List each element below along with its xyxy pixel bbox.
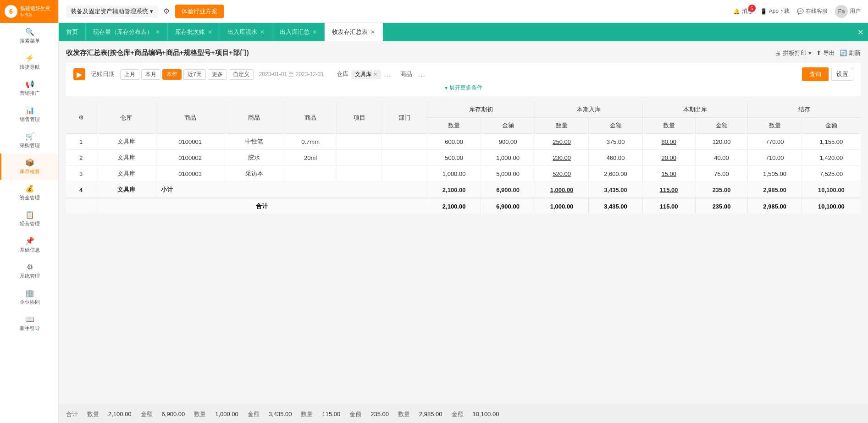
date-btn-近7天[interactable]: 近7天 [183, 69, 206, 80]
purchase-icon: 🛒 [25, 132, 34, 141]
filter-expand-button[interactable]: ▶ [73, 68, 85, 80]
sidebar-logo: 6 畅捷通好生意 标准版 [0, 0, 58, 23]
tab-label: 库存批次账 [175, 28, 205, 36]
user-item[interactable]: Ea 用户 [835, 5, 861, 18]
goods-more-dots[interactable]: ... [418, 70, 425, 78]
cell-name: 中性笔 [224, 134, 284, 150]
th-spec: 商品 [284, 102, 337, 134]
cell-open-amt: 1,000.00 [481, 150, 535, 166]
close-all-tabs-button[interactable]: ✕ [857, 28, 863, 37]
service-icon: 💬 [797, 8, 804, 15]
warehouse-tag[interactable]: 文具库 ✕ [351, 70, 381, 79]
date-btn-本年[interactable]: 本年 [162, 69, 182, 80]
date-buttons: 上月本月本年近7天更多自定义 [120, 69, 254, 80]
sidebar-item-sales[interactable]: 📊销售管理 [0, 101, 58, 127]
online-service-item[interactable]: 💬 在线客服 [797, 7, 828, 15]
sidebar-item-guide[interactable]: 📖新手引导 [0, 310, 58, 336]
gear-icon[interactable]: ⚙ [163, 7, 170, 16]
cell-out-amt: 40.00 [695, 150, 748, 166]
cell-in-qty[interactable]: 230.00 [535, 150, 588, 166]
sidebar-item-search[interactable]: 🔍搜索菜单 [0, 23, 58, 49]
cell-out-qty[interactable]: 15.00 [642, 166, 695, 182]
cell-in-qty[interactable]: 520.00 [535, 166, 588, 182]
cell-open-qty: 600.00 [427, 134, 481, 150]
cell-name: 采访本 [224, 166, 284, 182]
tab-close-batch[interactable]: ✕ [208, 29, 212, 35]
cell-bal-qty: 1,505.00 [748, 166, 802, 182]
cell-out-qty[interactable]: 20.00 [642, 150, 695, 166]
chevron-down-icon: ▾ [150, 8, 153, 15]
date-btn-本月[interactable]: 本月 [141, 69, 160, 80]
date-range: 2023-01-01 至 2023-12-31 [259, 71, 324, 78]
warehouse-label: 仓库 [337, 70, 348, 78]
expand-more-button[interactable]: ▾ 展开更多条件 [445, 84, 482, 92]
tab-recv-send[interactable]: 收发存汇总表✕ [325, 23, 383, 41]
warehouse-more-dots[interactable]: ... [384, 70, 391, 78]
th-in-amt: 金额 [589, 118, 642, 134]
cell-out-amt: 75.00 [695, 166, 748, 182]
cell-spec: 0.7mm [284, 134, 337, 150]
settings-button[interactable]: 设置 [831, 68, 853, 81]
cell-out-qty[interactable]: 115.00 [642, 182, 695, 198]
tab-stock-dist[interactable]: 现存量（库存分布表）✕ [86, 23, 168, 41]
th-name: 商品 [224, 102, 284, 134]
th-dept: 部门 [382, 102, 427, 134]
sidebar-item-marketing[interactable]: 📢营销推广 [0, 75, 58, 101]
sidebar-item-quick-nav[interactable]: ⚡快捷导航 [0, 49, 58, 75]
goods-label: 商品 [400, 70, 412, 78]
sidebar-item-inventory[interactable]: 📦库存核算 [0, 154, 58, 180]
cell-total-out-qty: 115.00 [642, 198, 695, 214]
cell-out-qty[interactable]: 80.00 [642, 134, 695, 150]
tab-home[interactable]: 首页 [59, 23, 86, 41]
th-project: 项目 [337, 102, 382, 134]
cell-open-qty: 1,000.00 [427, 166, 481, 182]
trial-button[interactable]: 体验行业方案 [175, 5, 224, 18]
tab-inout-flow[interactable]: 出入库流水✕ [220, 23, 272, 41]
tab-batch[interactable]: 库存批次账✕ [168, 23, 220, 41]
logo-icon: 6 [5, 5, 17, 18]
sidebar-item-base-info[interactable]: 📌基础信息 [0, 232, 58, 258]
cell-total-label: 合计 [96, 198, 427, 214]
export-button[interactable]: ⬆ 导出 [816, 49, 835, 57]
chevron-down-icon: ▾ [808, 49, 812, 56]
th-gear[interactable]: ⚙ [66, 102, 96, 134]
date-btn-自定义[interactable]: 自定义 [229, 69, 254, 80]
date-btn-上月[interactable]: 上月 [120, 69, 139, 80]
operation-icon: 📋 [25, 210, 34, 219]
tab-close-recv-send[interactable]: ✕ [370, 29, 375, 35]
cell-out-amt: 120.00 [695, 134, 748, 150]
sidebar-item-enterprise[interactable]: 🏢企业协同 [0, 284, 58, 310]
sidebar-item-operation[interactable]: 📋经营管理 [0, 206, 58, 232]
query-button[interactable]: 查询 [802, 67, 829, 81]
system-icon: ⚙ [27, 263, 33, 271]
system-select[interactable]: 装备及固定资产辅助管理系统 ▾ [66, 5, 158, 17]
tab-close-stock-dist[interactable]: ✕ [155, 29, 160, 35]
date-btn-更多[interactable]: 更多 [208, 69, 227, 80]
sidebar-item-purchase[interactable]: 🛒采购管理 [0, 127, 58, 154]
enterprise-icon: 🏢 [25, 289, 34, 297]
sidebar-item-finance[interactable]: 💰资金管理 [0, 180, 58, 206]
cell-bal-qty: 2,985.00 [748, 182, 802, 198]
cell-warehouse: 文具库 [96, 150, 156, 166]
print-button[interactable]: 🖨 拼板打印 ▾ [775, 49, 812, 57]
th-code: 商品 [156, 102, 224, 134]
cell-subtotal-label: 小计 [156, 182, 427, 198]
sidebar-item-system[interactable]: ⚙系统管理 [0, 258, 58, 284]
notification-item[interactable]: 🔔 消息 6 [733, 7, 753, 15]
data-table-wrap: ⚙ 仓库 商品 商品 商品 项目 部门 库存期初 本期入库 本期出库 结存 数量 [66, 102, 861, 214]
cell-project [337, 166, 382, 182]
cell-project [337, 150, 382, 166]
tab-inout-summary[interactable]: 出入库汇总✕ [272, 23, 325, 41]
cell-in-qty[interactable]: 1,000.00 [535, 182, 588, 198]
tab-close-inout-flow[interactable]: ✕ [260, 29, 265, 35]
cell-total-no [66, 198, 96, 214]
cell-no: 4 [66, 182, 96, 198]
cell-in-qty[interactable]: 250.00 [535, 134, 588, 150]
cell-bal-amt: 7,525.00 [802, 166, 861, 182]
footer-bar: 合计 数量2,100.00 金额6,900.00 数量1,000.00 金额3,… [59, 405, 868, 423]
warehouse-tag-close[interactable]: ✕ [373, 71, 377, 77]
th-in-qty: 数量 [535, 118, 588, 134]
app-download-item[interactable]: 📱 App下载 [760, 7, 790, 15]
tab-close-inout-summary[interactable]: ✕ [312, 29, 317, 35]
refresh-button[interactable]: 🔄 刷新 [840, 49, 861, 57]
